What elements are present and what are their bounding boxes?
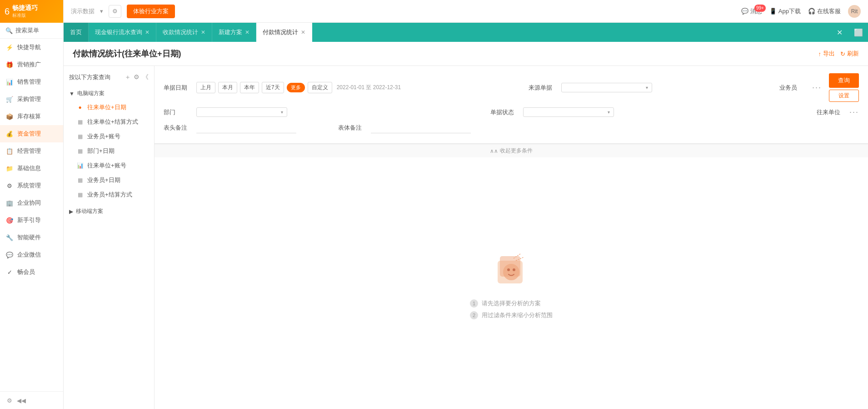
close-tab-btn[interactable]: ✕ (830, 23, 849, 42)
tab-new-scheme[interactable]: 新建方案 ✕ (212, 23, 256, 42)
sidebar-item-basic-info[interactable]: 📁 基础信息 (0, 160, 63, 177)
guide-icon: 🎯 (5, 216, 14, 224)
settings-bottom-icon[interactable]: ⚙ (5, 396, 14, 404)
company-chevron-icon[interactable]: ▾ (100, 8, 103, 15)
settings-scheme-icon[interactable]: ⚙ (134, 73, 140, 81)
date-btn-this-year[interactable]: 本年 (240, 82, 259, 93)
tab-cash-bank-close[interactable]: ✕ (145, 29, 150, 35)
scheme-item-staff-account[interactable]: ▦ 业务员+账号 (64, 129, 154, 144)
filter-row-2: 部门 ▾ 单据状态 ▾ (164, 107, 859, 117)
sidebar-item-management[interactable]: 📋 经营管理 (0, 142, 63, 160)
app-download-btn[interactable]: 📱 App下载 (769, 7, 801, 15)
filter-area: 单据日期 上月 本月 本年 近7天 更多 自定义 2022-01-01 至 20… (155, 66, 868, 144)
date-btn-custom[interactable]: 自定义 (308, 82, 332, 93)
tab-payment-close[interactable]: ✕ (301, 29, 305, 35)
date-btn-last-month[interactable]: 上月 (196, 82, 215, 93)
dept-select[interactable]: ▾ (196, 107, 287, 117)
tab-new-scheme-close[interactable]: ✕ (245, 29, 249, 35)
search-icon: 🔍 (5, 27, 13, 34)
mobile-group-arrow: ▶ (69, 208, 73, 215)
tab-receipt-stats[interactable]: 收款情况统计 ✕ (156, 23, 212, 42)
scheme-item-unit-account[interactable]: 📊 往来单位+账号 (64, 158, 154, 173)
sidebar-item-marketing[interactable]: 🎁 营销推广 (0, 56, 63, 73)
sidebar-item-sales[interactable]: 📊 销售管理 (0, 73, 63, 91)
message-btn[interactable]: 💬 消息 99+ (741, 7, 762, 15)
online-service-btn[interactable]: 🎧 在线客服 (808, 7, 841, 15)
export-button[interactable]: ↑ 导出 (818, 50, 835, 58)
desktop-scheme-group: ▼ 电脑端方案 ● 往来单位+日期 ▦ 往来单位+结算方式 ▦ 业务员+账号 (64, 87, 154, 202)
sidebar-item-member[interactable]: ✓ 畅会员 (0, 263, 63, 281)
date-btn-7days[interactable]: 近7天 (262, 82, 284, 93)
tab-receipt-close[interactable]: ✕ (201, 29, 205, 35)
query-button[interactable]: 查询 (829, 73, 859, 88)
sidebar-item-label: 企业协同 (17, 199, 41, 207)
set-button[interactable]: 设置 (829, 90, 859, 102)
source-select-arrow: ▾ (646, 85, 648, 90)
restore-tab-btn[interactable]: ⬜ (849, 23, 868, 42)
sidebar-search[interactable]: 🔍 搜索菜单 (0, 23, 63, 39)
tab-home-label: 首页 (70, 28, 82, 36)
sidebar-item-capital[interactable]: 💰 资金管理 (0, 125, 63, 142)
export-label: 导出 (823, 50, 835, 58)
voucher-status-label: 单据状态 (490, 108, 516, 116)
refresh-button[interactable]: ↻ 刷新 (840, 50, 859, 58)
trial-button[interactable]: 体验行业方案 (127, 5, 175, 18)
sidebar-item-label: 销售管理 (17, 78, 41, 86)
sidebar-item-label: 智能硬件 (17, 233, 41, 242)
wechat-icon: 💬 (5, 251, 14, 259)
sidebar-item-wechat[interactable]: 💬 企业微信 (0, 246, 63, 263)
source-select[interactable]: ▾ (561, 83, 652, 92)
sidebar-item-label: 新手引导 (17, 216, 41, 224)
mobile-group-title[interactable]: ▶ 移动端方案 (64, 205, 154, 218)
table-body-note-input[interactable] (371, 122, 471, 133)
collapse-more-button[interactable]: ∧∧ 收起更多条件 (490, 147, 533, 155)
add-scheme-icon[interactable]: ＋ (125, 73, 131, 81)
scheme-unit-account-icon: 📊 (76, 162, 84, 169)
voucher-status-select-arrow: ▾ (608, 110, 610, 115)
sidebar-item-purchase[interactable]: 🛒 采购管理 (0, 91, 63, 108)
date-filter-label: 单据日期 (164, 84, 189, 92)
topbar-settings-btn[interactable]: ⚙ (109, 5, 121, 18)
tab-payment-stats[interactable]: 付款情况统计 ✕ (256, 23, 312, 42)
scheme-item-unit-settle[interactable]: ▦ 往来单位+结算方式 (64, 115, 154, 129)
management-icon: 📋 (5, 147, 14, 155)
tab-cash-bank[interactable]: 现金银行流水查询 ✕ (89, 23, 156, 42)
sidebar-item-guide[interactable]: 🎯 新手引导 (0, 212, 63, 229)
scheme-dept-date-label: 部门+日期 (87, 147, 115, 155)
basic-info-icon: 📁 (5, 164, 14, 172)
table-header-note-input[interactable] (196, 122, 296, 133)
source-label: 来源单据 (529, 84, 554, 92)
sidebar-item-label: 快捷导航 (17, 43, 41, 51)
left-panel-title: 按以下方案查询 (69, 73, 122, 81)
scheme-unit-date-icon: ● (76, 104, 84, 111)
desktop-group-arrow: ▼ (69, 91, 75, 97)
scheme-item-staff-settle[interactable]: ▦ 业务员+结算方式 (64, 187, 154, 202)
dept-select-arrow: ▾ (281, 110, 283, 115)
enterprise-icon: 🏢 (5, 199, 14, 207)
tab-home[interactable]: 首页 (64, 23, 89, 42)
date-btn-more[interactable]: 更多 (287, 83, 305, 92)
filter-row-1: 单据日期 上月 本月 本年 近7天 更多 自定义 2022-01-01 至 20… (164, 73, 859, 102)
voucher-status-select[interactable]: ▾ (523, 107, 614, 117)
sidebar-item-quick-nav[interactable]: ⚡ 快捷导航 (0, 39, 63, 56)
sidebar-item-hardware[interactable]: 🔧 智能硬件 (0, 229, 63, 246)
scheme-staff-date-icon: ▦ (76, 177, 84, 184)
scheme-item-staff-date[interactable]: ▦ 业务员+日期 (64, 173, 154, 187)
staff-dots[interactable]: ··· (812, 83, 822, 92)
sidebar-item-enterprise[interactable]: 🏢 企业协同 (0, 194, 63, 212)
table-header-note-label: 表头备注 (164, 124, 189, 132)
scheme-staff-settle-label: 业务员+结算方式 (87, 191, 132, 199)
sidebar-item-inventory[interactable]: 📦 库存核算 (0, 108, 63, 125)
collapse-panel-icon[interactable]: 《 (142, 73, 149, 81)
desktop-group-title[interactable]: ▼ 电脑端方案 (64, 87, 154, 100)
scheme-item-unit-date[interactable]: ● 往来单位+日期 (64, 100, 154, 115)
tip-text-2: 用过滤条件来缩小分析范围 (482, 311, 553, 319)
user-avatar[interactable]: Rit (848, 5, 861, 18)
svg-point-3 (507, 268, 510, 271)
scheme-item-dept-date[interactable]: ▦ 部门+日期 (64, 144, 154, 158)
collapse-sidebar-icon[interactable]: ◀◀ (17, 396, 25, 404)
sidebar-item-system[interactable]: ⚙ 系统管理 (0, 177, 63, 194)
scheme-unit-settle-label: 往来单位+结算方式 (87, 118, 138, 126)
counterpart-dots[interactable]: ··· (849, 107, 859, 117)
date-btn-this-month[interactable]: 本月 (218, 82, 237, 93)
